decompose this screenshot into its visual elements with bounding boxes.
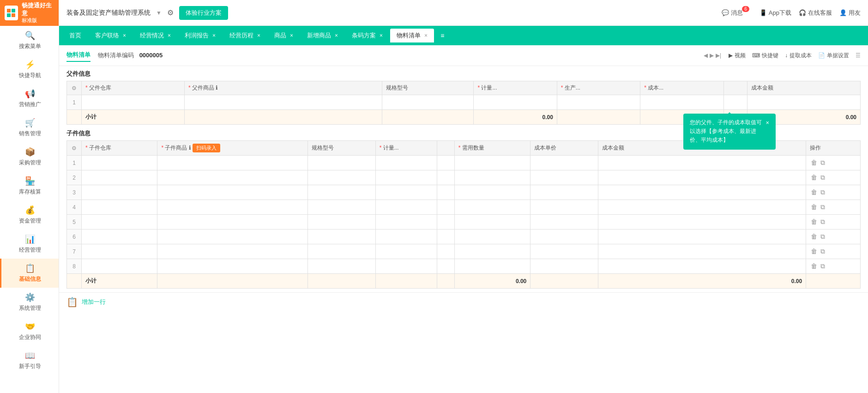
child-goods-3[interactable] [157,185,308,200]
child-unit-cost-8[interactable] [530,259,598,274]
tab-home[interactable]: 首页 [63,29,88,42]
child-warehouse-8[interactable] [82,259,157,274]
sidebar-item-basic-info[interactable]: 📋 基础信息 [0,259,59,288]
sidebar-item-operations[interactable]: 📊 经营管理 [0,230,59,259]
sidebar-item-finance[interactable]: 💰 资金管理 [0,200,59,230]
online-service-button[interactable]: 🎧 在线客服 [799,9,832,17]
child-warehouse-7[interactable] [82,244,157,259]
next-arrow-button[interactable]: ▶ [710,52,714,59]
sidebar-item-quick-nav[interactable]: ⚡ 快捷导航 [0,55,59,84]
parent-production-cell[interactable] [557,95,640,110]
copy-icon-5[interactable]: ⧉ [820,218,825,225]
gear-icon[interactable]: ⚙ [167,8,174,17]
child-qty-4[interactable] [454,200,530,215]
parent-col-settings[interactable]: ⚙ [67,81,82,95]
prev-arrow-button[interactable]: ◀ [704,52,708,59]
copy-icon-4[interactable]: ⧉ [820,203,825,211]
child-unit-cost-3[interactable] [530,185,598,200]
child-unit-6[interactable] [375,230,437,244]
child-unit-3[interactable] [375,185,437,200]
child-unit-1[interactable] [375,156,437,170]
child-qty-7[interactable] [454,244,530,259]
child-qty-1[interactable] [454,156,530,170]
child-unit-cost-4[interactable] [530,200,598,215]
sidebar-item-sales[interactable]: 🛒 销售管理 [0,113,59,142]
child-unit-5[interactable] [375,215,437,230]
child-warehouse-4[interactable] [82,200,157,215]
child-goods-2[interactable] [157,170,308,185]
sidebar-item-enterprise[interactable]: 🤝 企业协同 [0,317,59,346]
add-row-label[interactable]: 增加一行 [82,298,106,306]
child-qty-5[interactable] [454,215,530,230]
sidebar-item-system[interactable]: ⚙️ 系统管理 [0,288,59,317]
child-qty-8[interactable] [454,259,530,274]
child-qty-6[interactable] [454,230,530,244]
child-goods-6[interactable] [157,230,308,244]
child-spec-8[interactable] [308,259,375,274]
app-download-button[interactable]: 📱 App下载 [760,9,791,17]
child-warehouse-5[interactable] [82,215,157,230]
close-all-icon[interactable]: ≡ [439,30,446,41]
child-spec-5[interactable] [308,215,375,230]
child-unit-8[interactable] [375,259,437,274]
parent-warehouse-cell[interactable] [82,95,185,110]
sidebar-item-marketing[interactable]: 📢 营销推广 [0,84,59,113]
message-button[interactable]: 💬 消息 6 [722,9,752,17]
copy-icon-8[interactable]: ⧉ [820,262,825,270]
tooltip-close-button[interactable]: × [766,118,769,128]
child-goods-1[interactable] [157,156,308,170]
child-col-settings[interactable]: ⚙ [67,141,82,156]
child-warehouse-1[interactable] [82,156,157,170]
child-warehouse-6[interactable] [82,230,157,244]
trial-button[interactable]: 体验行业方案 [179,6,228,20]
child-goods-5[interactable] [157,215,308,230]
sub-nav-material-list[interactable]: 物料清单 [66,49,90,62]
parent-unit-cell[interactable] [474,95,557,110]
copy-icon-1[interactable]: ⧉ [820,159,825,166]
child-warehouse-2[interactable] [82,170,157,185]
sidebar-item-search[interactable]: 🔍 搜索菜单 [0,26,59,55]
tab-material-close[interactable]: × [424,32,428,39]
parent-goods-cell[interactable] [185,95,382,110]
tab-customer-close[interactable]: × [123,32,126,39]
tab-add-goods[interactable]: 新增商品 × [301,29,344,42]
layout-toggle-button[interactable]: ☰ [856,52,861,59]
child-goods-7[interactable] [157,244,308,259]
delete-icon-1[interactable]: 🗑 [811,159,817,166]
tab-profit[interactable]: 利润报告 × [178,29,222,42]
tab-material-list[interactable]: 物料清单 × [390,29,434,42]
child-unit-cost-5[interactable] [530,215,598,230]
tab-barcode[interactable]: 条码方案 × [345,29,389,42]
sidebar-item-inventory[interactable]: 🏪 库存核算 [0,171,59,200]
delete-icon-6[interactable]: 🗑 [811,233,817,240]
child-goods-8[interactable] [157,259,308,274]
tab-goods[interactable]: 商品 × [268,29,300,42]
child-spec-7[interactable] [308,244,375,259]
child-unit-cost-6[interactable] [530,230,598,244]
tab-operations-status[interactable]: 经营情况 × [133,29,177,42]
scan-input-button[interactable]: 扫码录入 [193,144,220,152]
shortcut-button[interactable]: ⌨ 快捷键 [752,52,778,60]
child-spec-2[interactable] [308,170,375,185]
tab-goods-close[interactable]: × [290,32,293,39]
child-qty-3[interactable] [454,185,530,200]
child-spec-6[interactable] [308,230,375,244]
single-setting-button[interactable]: 📄 单据设置 [818,52,849,60]
tab-ops-close[interactable]: × [168,32,171,39]
tab-add-goods-close[interactable]: × [335,32,338,39]
tab-barcode-close[interactable]: × [380,32,383,39]
child-unit-7[interactable] [375,244,437,259]
child-unit-cost-2[interactable] [530,170,598,185]
delete-icon-5[interactable]: 🗑 [811,218,817,225]
delete-icon-4[interactable]: 🗑 [811,203,817,211]
copy-icon-3[interactable]: ⧉ [820,188,825,196]
child-unit-2[interactable] [375,170,437,185]
tab-history[interactable]: 经营历程 × [223,29,267,42]
sidebar-item-purchase[interactable]: 📦 采购管理 [0,142,59,171]
user-menu[interactable]: 👤 用友 [839,9,861,17]
view-button[interactable]: ▶ 视频 [729,52,746,60]
child-unit-cost-1[interactable] [530,156,598,170]
tab-profit-close[interactable]: × [212,32,216,39]
child-spec-3[interactable] [308,185,375,200]
dropdown-arrow-icon[interactable]: ▼ [156,10,162,16]
